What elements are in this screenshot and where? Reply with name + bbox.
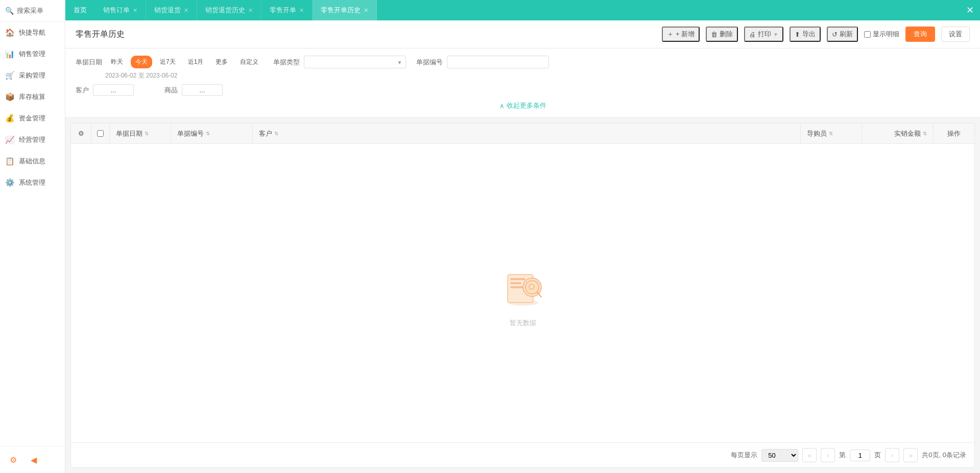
th-amount[interactable]: 实销金额 ⇅ [862,123,934,144]
sidebar-item-label: 采购管理 [19,71,45,80]
filter-area: 单据日期 昨天 今天 近7天 近1月 更多 自定义 单据类型 [65,48,980,118]
sidebar: 🔍 搜索采单 🏠 快捷导航 📊 销售管理 🛒 采购管理 📦 库存核算 💰 资金管… [0,0,65,473]
th-guide[interactable]: 导购员 ⇅ [801,123,862,144]
th-num[interactable]: 单据编号 ⇅ [171,123,253,144]
per-page-select[interactable]: 50 10 20 100 [761,449,798,462]
goods-input[interactable]: ... [182,84,223,96]
collapse-more-btn[interactable]: ∧ 收起更多条件 [76,101,970,110]
sidebar-item-finance[interactable]: 💰 资金管理 [0,108,65,129]
date-last7[interactable]: 近7天 [155,56,180,68]
customer-input[interactable]: ... [93,84,134,96]
next-page-button[interactable]: › [885,448,899,462]
print-button[interactable]: 🖨 打印 ▼ [744,27,783,42]
date-today[interactable]: 今天 [131,56,152,68]
tab-sales-return-history[interactable]: 销货退货历史 ✕ [197,0,261,20]
th-date-label: 单据日期 [116,129,142,138]
tab-retail-open-close[interactable]: ✕ [299,7,304,14]
close-icon: ✕ [966,5,974,16]
th-amount-label: 实销金额 [894,129,921,138]
th-ops-label: 操作 [947,129,961,138]
print-icon: 🖨 [749,31,756,38]
add-label: + 新增 [676,30,695,39]
delete-label: 删除 [720,30,733,39]
tab-retail-open-history-close[interactable]: ✕ [364,7,368,14]
prev-page-button[interactable]: ‹ [821,448,835,462]
date-btn-group: 昨天 今天 近7天 近1月 更多 自定义 [106,56,263,68]
date-more[interactable]: 更多 [211,56,232,68]
content-area: 零售开单历史 ＋ + 新增 🗑 删除 🖨 打印 ▼ ⬆ 导出 [65,20,980,473]
cart-icon: 🛒 [5,71,15,80]
page-title: 零售开单历史 [76,29,125,40]
filter-bill-no: 单据编号 [416,56,549,68]
tab-home[interactable]: 首页 [65,0,95,20]
tab-sales-return-history-label: 销货退货历史 [205,6,245,15]
select-all-checkbox[interactable] [97,130,104,137]
empty-text: 暂无数据 [510,318,536,328]
collapse-icon: ∧ [499,102,505,110]
first-icon: « [808,452,811,459]
sidebar-item-system[interactable]: ⚙️ 系统管理 [0,172,65,193]
th-guide-sort-icon: ⇅ [829,131,833,136]
sidebar-item-inventory[interactable]: 📦 库存核算 [0,86,65,108]
date-yesterday[interactable]: 昨天 [106,56,128,68]
home-icon: 🏠 [5,28,15,37]
tab-retail-open-history[interactable]: 零售开单历史 ✕ [313,0,377,20]
th-date[interactable]: 单据日期 ⇅ [110,123,171,144]
show-detail-checkbox[interactable] [864,31,871,38]
delete-button[interactable]: 🗑 删除 [706,27,738,42]
bill-type-select[interactable] [304,56,406,68]
th-checkbox[interactable] [91,123,110,144]
sidebar-item-purchase[interactable]: 🛒 采购管理 [0,65,65,86]
total-info: 共0页, 0条记录 [922,451,966,460]
filter-date: 单据日期 昨天 今天 近7天 近1月 更多 自定义 [76,56,263,68]
tab-sales-return-history-close[interactable]: ✕ [248,7,253,14]
tab-sales-order[interactable]: 销售订单 ✕ [95,0,146,20]
tab-sales-order-close[interactable]: ✕ [133,7,137,14]
query-button[interactable]: 查询 [905,27,935,42]
th-guide-label: 导购员 [807,129,827,138]
page-input[interactable] [850,450,870,461]
sidebar-item-quick-nav[interactable]: 🏠 快捷导航 [0,22,65,43]
show-detail-label: 显示明细 [873,30,899,39]
chart-icon: 📊 [5,49,15,59]
page-header: 零售开单历史 ＋ + 新增 🗑 删除 🖨 打印 ▼ ⬆ 导出 [65,20,980,48]
collapse-label: 收起更多条件 [507,101,546,110]
main-area: 首页 销售订单 ✕ 销货退货 ✕ 销货退货历史 ✕ 零售开单 ✕ 零售开单历史 … [65,0,980,473]
bill-no-label: 单据编号 [416,58,443,67]
th-customer[interactable]: 客户 ⇅ [253,123,801,144]
date-last-month[interactable]: 近1月 [183,56,208,68]
settings-btn[interactable]: 设置 [941,27,970,42]
sidebar-item-sales[interactable]: 📊 销售管理 [0,43,65,65]
page-label-prefix: 第 [839,451,846,460]
th-gear[interactable]: ⚙ [71,123,91,144]
filter-row-1: 单据日期 昨天 今天 近7天 近1月 更多 自定义 单据类型 [76,56,970,68]
bill-no-input[interactable] [447,56,549,68]
date-range-text: 2023-06-02 至 2023-06-02 [105,71,177,80]
refresh-button[interactable]: ↺ 刷新 [827,27,858,42]
empty-illustration [497,259,548,310]
sidebar-nav: 🏠 快捷导航 📊 销售管理 🛒 采购管理 📦 库存核算 💰 资金管理 📈 经营管… [0,22,65,446]
sidebar-item-basic[interactable]: 📋 基础信息 [0,151,65,172]
print-label: 打印 [758,30,771,39]
topbar: 首页 销售订单 ✕ 销货退货 ✕ 销货退货历史 ✕ 零售开单 ✕ 零售开单历史 … [65,0,980,20]
sidebar-search[interactable]: 🔍 搜索采单 [0,0,65,22]
date-custom[interactable]: 自定义 [235,56,263,68]
tab-sales-return[interactable]: 销货退货 ✕ [146,0,197,20]
prev-icon: ‹ [827,452,829,459]
collapse-icon: ◀ [31,455,37,465]
tab-retail-open[interactable]: 零售开单 ✕ [261,0,313,20]
settings-button[interactable]: ⚙ [5,452,21,468]
collapse-button[interactable]: ◀ [26,452,42,468]
topbar-close-button[interactable]: ✕ [960,0,980,20]
sidebar-item-operation[interactable]: 📈 经营管理 [0,129,65,151]
sidebar-item-label: 基础信息 [19,157,45,166]
export-button[interactable]: ⬆ 导出 [790,27,821,42]
delete-icon: 🗑 [711,31,718,38]
tab-sales-return-close[interactable]: ✕ [184,7,188,14]
th-amount-sort-icon: ⇅ [923,131,927,136]
add-button[interactable]: ＋ + 新增 [662,27,700,42]
first-page-button[interactable]: « [802,448,817,462]
show-detail-checkbox-label[interactable]: 显示明细 [864,30,899,39]
last-page-button[interactable]: » [903,448,918,462]
print-dropdown-icon: ▼ [773,32,778,37]
